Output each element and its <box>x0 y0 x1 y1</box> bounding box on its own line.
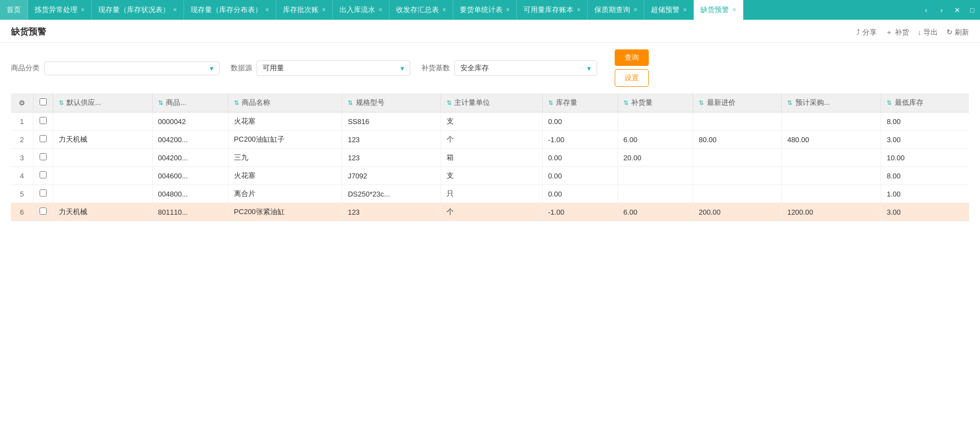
tab-close-icon[interactable]: × <box>633 6 637 14</box>
min-stock-col-header[interactable]: ⇅ 最低库存 <box>881 93 969 113</box>
replenish-base-select[interactable]: 安全库存 ▾ <box>454 60 597 76</box>
header-actions: ⤴ 分享 ＋ 补货 ↓ 导出 ↻ 刷新 <box>856 27 970 37</box>
share-btn[interactable]: ⤴ 分享 <box>856 27 877 37</box>
stock-col-header[interactable]: ⇅ 库存量 <box>542 93 617 113</box>
replenish-qty-col-header[interactable]: ⇅ 补货量 <box>617 93 693 113</box>
category-select[interactable]: ▾ <box>44 61 220 75</box>
table-container: ⚙ ⇅ 默认供应... ⇅ 商品... ⇅ 商品名称 <box>0 93 980 221</box>
tab-item-3[interactable]: 现存量（库存分布表）× <box>184 0 276 20</box>
tab-scroll-left-btn[interactable]: ‹ <box>918 0 934 20</box>
default-supplier-cell <box>53 113 152 131</box>
table-row: 5004800...离合片DS250*23c...只0.001.00 <box>11 185 969 203</box>
min-stock-cell: 3.00 <box>881 203 969 221</box>
product-code-col-header[interactable]: ⇅ 商品... <box>152 93 228 113</box>
tab-close-icon[interactable]: × <box>173 6 177 14</box>
tab-item-6[interactable]: 收发存汇总表× <box>389 0 453 20</box>
default-supplier-cell: 力天机械 <box>53 203 152 221</box>
tab-close-icon[interactable]: × <box>265 6 269 14</box>
tab-item-11[interactable]: 缺货预警× <box>694 0 743 20</box>
unit-col-header[interactable]: ⇅ 主计量单位 <box>441 93 542 113</box>
replenish-base-label: 补货基数 <box>421 63 450 73</box>
row-checkbox[interactable] <box>40 171 47 178</box>
row-number: 4 <box>11 167 33 185</box>
tab-label: 现存量（库存状况表） <box>98 5 170 15</box>
tab-label: 超储预警 <box>651 5 680 15</box>
tab-label: 拣货异常处理 <box>35 5 77 15</box>
tab-label: 收发存汇总表 <box>396 5 439 15</box>
table-row: 2力天机械004200...PC200油缸缸子123个-1.006.0080.0… <box>11 131 969 149</box>
replenish-btn[interactable]: ＋ 补货 <box>886 27 909 37</box>
tab-label: 可用量库存账本 <box>524 5 573 15</box>
select-all-checkbox[interactable] <box>40 98 47 105</box>
stock-cell: -1.00 <box>542 131 617 149</box>
tab-item-8[interactable]: 可用量库存账本× <box>517 0 588 20</box>
datasource-value: 可用量 <box>263 63 284 73</box>
row-checkbox[interactable] <box>40 117 47 124</box>
export-btn[interactable]: ↓ 导出 <box>918 27 938 37</box>
settings-col-header[interactable]: ⚙ <box>11 93 33 113</box>
tab-maximize-btn[interactable]: □ <box>965 0 980 20</box>
min-stock-cell: 1.00 <box>881 185 969 203</box>
product-code-cell: 004200... <box>152 149 228 167</box>
spec-cell: 123 <box>342 203 441 221</box>
row-number: 3 <box>11 149 33 167</box>
default-supplier-cell <box>53 167 152 185</box>
sort-icon: ⇅ <box>548 99 553 106</box>
tab-close-icon[interactable]: × <box>506 6 510 14</box>
tab-item-10[interactable]: 超储预警× <box>644 0 694 20</box>
row-checkbox-cell <box>33 167 53 185</box>
tab-close-icon[interactable]: × <box>732 6 736 14</box>
query-button[interactable]: 查询 <box>615 49 649 66</box>
unit-cell: 只 <box>441 185 542 203</box>
latest-price-cell <box>693 167 782 185</box>
tab-item-9[interactable]: 保质期查询× <box>588 0 644 20</box>
tab-item-5[interactable]: 出入库流水× <box>333 0 389 20</box>
product-name-cell: 三九 <box>228 149 342 167</box>
tab-item-7[interactable]: 要货单统计表× <box>453 0 517 20</box>
replenish-base-chevron-icon: ▾ <box>587 64 591 72</box>
tab-label: 库存批次账 <box>283 5 319 15</box>
est-purchase-cell <box>782 113 881 131</box>
row-number: 1 <box>11 113 33 131</box>
row-checkbox-cell <box>33 113 53 131</box>
row-checkbox-cell <box>33 185 53 203</box>
row-checkbox[interactable] <box>40 153 47 160</box>
product-code-cell: 0000042 <box>152 113 228 131</box>
tab-close-icon[interactable]: × <box>577 6 581 14</box>
row-number: 6 <box>11 203 33 221</box>
tab-close-icon[interactable]: × <box>442 6 446 14</box>
settings-button[interactable]: 设置 <box>615 69 649 87</box>
product-code-cell: 004600... <box>152 167 228 185</box>
est-purchase-col-header[interactable]: ⇅ 预计采购... <box>782 93 881 113</box>
refresh-btn[interactable]: ↻ 刷新 <box>946 27 969 37</box>
spec-col-header[interactable]: ⇅ 规格型号 <box>342 93 441 113</box>
latest-price-col-header[interactable]: ⇅ 最新进价 <box>693 93 782 113</box>
tab-item-4[interactable]: 库存批次账× <box>276 0 333 20</box>
default-supplier-col-header[interactable]: ⇅ 默认供应... <box>53 93 152 113</box>
stock-cell: -1.00 <box>542 203 617 221</box>
tab-close-icon[interactable]: × <box>81 6 85 14</box>
product-name-cell: PC200张紧油缸 <box>228 203 342 221</box>
tab-item-1[interactable]: 拣货异常处理× <box>28 0 92 20</box>
row-checkbox[interactable] <box>40 189 47 197</box>
tab-item-2[interactable]: 现存量（库存状况表）× <box>92 0 184 20</box>
row-checkbox[interactable] <box>40 208 47 215</box>
tab-close-window-btn[interactable]: ✕ <box>949 0 965 20</box>
unit-cell: 支 <box>441 167 542 185</box>
unit-cell: 个 <box>441 131 542 149</box>
datasource-select[interactable]: 可用量 ▾ <box>257 60 410 76</box>
tab-close-icon[interactable]: × <box>322 6 326 14</box>
product-name-col-header[interactable]: ⇅ 商品名称 <box>228 93 342 113</box>
tab-scroll-right-btn[interactable]: › <box>934 0 949 20</box>
row-checkbox[interactable] <box>40 135 47 142</box>
replenish-qty-cell <box>617 113 693 131</box>
checkbox-col-header[interactable] <box>33 93 53 113</box>
tab-close-icon[interactable]: × <box>378 6 382 14</box>
min-stock-cell: 8.00 <box>881 113 969 131</box>
gear-icon: ⚙ <box>19 99 25 107</box>
page-title: 缺货预警 <box>11 26 46 38</box>
tab-item-0[interactable]: 首页 <box>0 0 28 20</box>
sort-icon: ⇅ <box>787 99 792 106</box>
tab-label: 首页 <box>7 5 21 15</box>
tab-close-icon[interactable]: × <box>683 6 687 14</box>
